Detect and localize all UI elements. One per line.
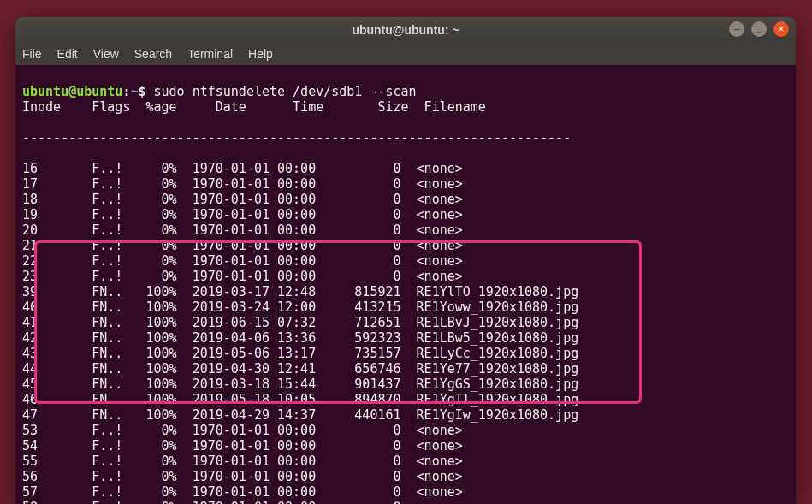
menu-view[interactable]: View bbox=[93, 47, 119, 61]
table-row: 40 FN.. 100% 2019-03-24 12:00 413215 RE1… bbox=[22, 299, 789, 315]
table-row: 42 FN.. 100% 2019-04-06 13:36 592323 RE1… bbox=[22, 330, 789, 346]
table-row: 41 FN.. 100% 2019-06-15 07:32 712651 RE1… bbox=[22, 315, 789, 330]
table-row: 22 F..! 0% 1970-01-01 00:00 0 <none> bbox=[22, 253, 789, 269]
menu-terminal[interactable]: Terminal bbox=[187, 47, 233, 61]
table-row: 43 FN.. 100% 2019-05-06 13:17 735157 RE1… bbox=[22, 346, 789, 361]
table-row: 18 F..! 0% 1970-01-01 00:00 0 <none> bbox=[22, 192, 789, 207]
prompt-command: sudo ntfsundelete /dev/sdb1 --scan bbox=[154, 84, 417, 99]
table-row: 45 FN.. 100% 2019-03-18 15:44 901437 RE1… bbox=[22, 377, 789, 392]
table-row: 19 F..! 0% 1970-01-01 00:00 0 <none> bbox=[22, 207, 789, 222]
table-row: 47 FN.. 100% 2019-04-29 14:37 440161 RE1… bbox=[22, 407, 789, 423]
table-row: 44 FN.. 100% 2019-04-30 12:41 656746 RE1… bbox=[22, 361, 789, 377]
prompt-user-host: ubuntu@ubuntu bbox=[22, 84, 122, 99]
menu-bar: File Edit View Search Terminal Help bbox=[15, 43, 796, 65]
table-row: 16 F..! 0% 1970-01-01 00:00 0 <none> bbox=[22, 161, 789, 176]
menu-file[interactable]: File bbox=[22, 47, 42, 61]
table-row: 57 F..! 0% 1970-01-01 00:00 0 <none> bbox=[22, 484, 789, 500]
table-row: 53 F..! 0% 1970-01-01 00:00 0 <none> bbox=[22, 423, 789, 438]
close-button[interactable]: × bbox=[773, 21, 789, 37]
maximize-button[interactable]: □ bbox=[751, 21, 767, 37]
table-row: 23 F..! 0% 1970-01-01 00:00 0 <none> bbox=[22, 269, 789, 284]
menu-search[interactable]: Search bbox=[134, 47, 172, 61]
table-row: 58 F..! 0% 1970-01-01 00:00 0 <none> bbox=[22, 500, 789, 504]
table-row: 39 FN.. 100% 2019-03-17 12:48 815921 RE1… bbox=[22, 284, 789, 299]
table-row: 20 F..! 0% 1970-01-01 00:00 0 <none> bbox=[22, 222, 789, 238]
menu-help[interactable]: Help bbox=[248, 47, 273, 61]
column-headers: Inode Flags %age Date Time Size Filename bbox=[22, 99, 789, 115]
prompt-dollar: $ bbox=[138, 84, 153, 99]
table-row: 55 F..! 0% 1970-01-01 00:00 0 <none> bbox=[22, 454, 789, 469]
table-row: 21 F..! 0% 1970-01-01 00:00 0 <none> bbox=[22, 238, 789, 253]
titlebar[interactable]: ubuntu@ubuntu: ~ – □ × bbox=[15, 17, 796, 43]
terminal-body[interactable]: ubuntu@ubuntu:~$ sudo ntfsundelete /dev/… bbox=[15, 65, 796, 504]
terminal-window: ubuntu@ubuntu: ~ – □ × File Edit View Se… bbox=[15, 17, 796, 504]
divider-line: ----------------------------------------… bbox=[22, 130, 789, 145]
table-row: 46 FN.. 100% 2019-05-18 10:05 894870 RE1… bbox=[22, 392, 789, 407]
table-row: 54 F..! 0% 1970-01-01 00:00 0 <none> bbox=[22, 438, 789, 454]
window-title: ubuntu@ubuntu: ~ bbox=[352, 23, 459, 37]
window-controls: – □ × bbox=[729, 21, 789, 37]
table-row: 56 F..! 0% 1970-01-01 00:00 0 <none> bbox=[22, 469, 789, 484]
table-row: 17 F..! 0% 1970-01-01 00:00 0 <none> bbox=[22, 176, 789, 192]
menu-edit[interactable]: Edit bbox=[57, 47, 78, 61]
minimize-button[interactable]: – bbox=[729, 21, 744, 37]
